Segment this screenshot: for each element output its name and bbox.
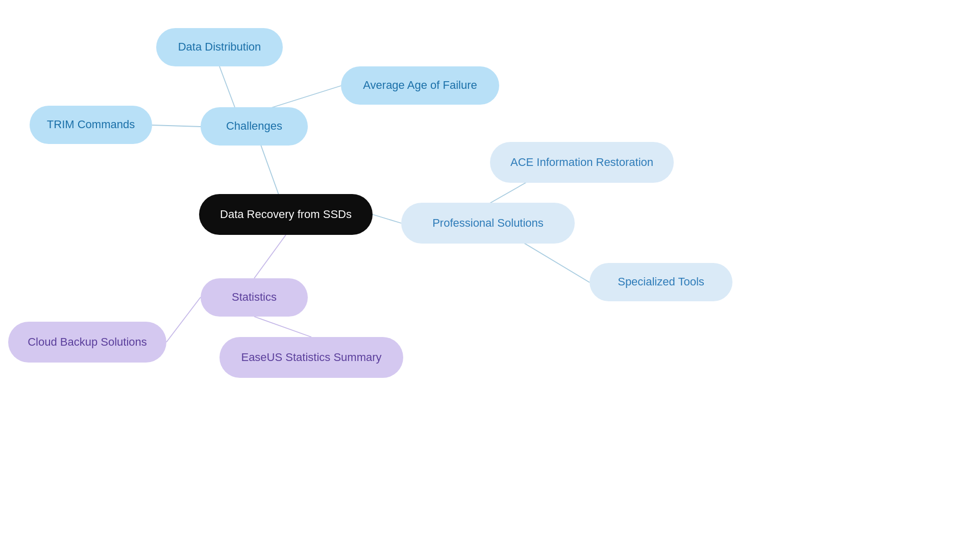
svg-line-7 (254, 235, 286, 278)
ace-information-node[interactable]: ACE Information Restoration (490, 142, 674, 183)
challenges-label: Challenges (221, 119, 287, 134)
cloud-backup-node[interactable]: Cloud Backup Solutions (8, 322, 166, 363)
specialized-tools-label: Specialized Tools (612, 275, 709, 290)
svg-line-2 (152, 125, 201, 127)
average-age-node[interactable]: Average Age of Failure (341, 66, 499, 105)
challenges-node[interactable]: Challenges (201, 107, 308, 146)
statistics-node[interactable]: Statistics (201, 278, 308, 317)
svg-line-9 (254, 317, 311, 337)
specialized-tools-node[interactable]: Specialized Tools (590, 263, 732, 301)
trim-commands-label: TRIM Commands (42, 117, 140, 132)
easeus-label: EaseUS Statistics Summary (236, 350, 386, 365)
average-age-label: Average Age of Failure (358, 78, 482, 93)
center-node[interactable]: Data Recovery from SSDs (199, 194, 373, 235)
data-distribution-node[interactable]: Data Distribution (156, 28, 283, 66)
svg-line-8 (166, 297, 201, 342)
center-node-label: Data Recovery from SSDs (215, 207, 357, 222)
svg-line-4 (373, 214, 401, 223)
easeus-node[interactable]: EaseUS Statistics Summary (219, 337, 403, 378)
cloud-backup-label: Cloud Backup Solutions (22, 335, 152, 350)
professional-solutions-node[interactable]: Professional Solutions (401, 203, 575, 244)
data-distribution-label: Data Distribution (173, 40, 266, 55)
trim-commands-node[interactable]: TRIM Commands (30, 106, 152, 144)
ace-information-label: ACE Information Restoration (505, 155, 658, 170)
svg-line-1 (219, 66, 235, 107)
statistics-label: Statistics (227, 290, 282, 305)
professional-solutions-label: Professional Solutions (427, 216, 549, 231)
